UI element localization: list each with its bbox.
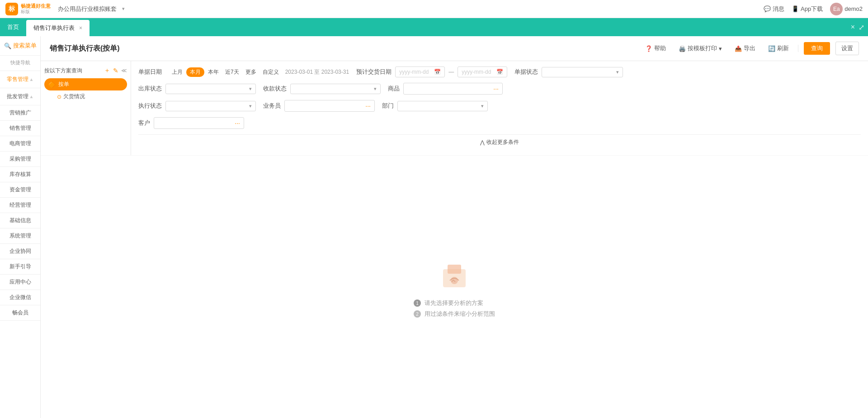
sidebar-section-operation: 经营管理 xyxy=(0,198,40,213)
salesperson-input[interactable]: ··· xyxy=(284,100,375,112)
goods-more-icon[interactable]: ··· xyxy=(493,85,499,92)
date-tab-this-year[interactable]: 本年 xyxy=(205,67,222,77)
maximize-btn[interactable]: ⤢ xyxy=(859,23,864,32)
date-tab-7days[interactable]: 近7天 xyxy=(222,67,242,77)
refresh-icon: 🔄 xyxy=(768,45,775,52)
tip-num-1: 1 xyxy=(414,299,421,307)
filter-item-goods: 商品 ··· xyxy=(388,83,503,95)
dept-select[interactable]: ▾ xyxy=(397,101,488,111)
date-sep: — xyxy=(448,69,454,75)
date-tab-last-month[interactable]: 上月 xyxy=(169,67,185,77)
sidebar-item-collab[interactable]: 企业协同 xyxy=(0,244,40,259)
sidebar-search: 🔍 搜索菜单 xyxy=(0,36,40,56)
filter-item-expected-date: 预计交货日期 yyyy-mm-dd 📅 — yyyy-mm-dd 📅 xyxy=(356,66,507,77)
collection-status-arrow-icon: ▾ xyxy=(374,86,377,92)
date-to-input[interactable]: yyyy-mm-dd 📅 xyxy=(458,66,507,77)
tab-sales-order[interactable]: 销售订单执行表 × xyxy=(26,20,90,36)
query-btn[interactable]: 查询 xyxy=(804,42,830,55)
refresh-btn[interactable]: 🔄 刷新 xyxy=(764,43,793,54)
collapse-more-icon: ⋀ xyxy=(480,139,485,146)
salesperson-more-icon[interactable]: ··· xyxy=(365,102,371,109)
help-btn[interactable]: ❓ 帮助 xyxy=(642,43,670,54)
sidebar-item-basic[interactable]: 基础信息 xyxy=(0,213,40,228)
sidebar-section-finance: 资金管理 xyxy=(0,182,40,198)
sidebar-quick-nav: 快捷导航 xyxy=(0,56,40,71)
sidebar-item-system[interactable]: 系统管理 xyxy=(0,228,40,243)
print-icon: 🖨️ xyxy=(679,45,686,52)
date-tab-custom[interactable]: 自定义 xyxy=(260,67,282,77)
sidebar-item-marketing[interactable]: 营销推广 xyxy=(0,105,40,120)
sidebar-item-apps[interactable]: 应用中心 xyxy=(0,275,40,290)
customer-more-icon[interactable]: ··· xyxy=(235,119,240,127)
sidebar-item-finance[interactable]: 资金管理 xyxy=(0,182,40,197)
sidebar-section-ecommerce: 电商管理 xyxy=(0,136,40,152)
add-scheme-icon[interactable]: ＋ xyxy=(104,66,110,75)
empty-tip-2: 2 用过滤条件来缩小分析范围 xyxy=(414,310,495,318)
empty-tip-1: 1 请先选择要分析的方案 xyxy=(414,299,495,307)
app-name: 办公用品行业模拟账套 xyxy=(58,5,117,13)
sidebar-item-wholesale[interactable]: 批发管理 ▲ xyxy=(0,88,40,105)
date-range-display: 2023-03-01 至 2023-03-31 xyxy=(285,68,349,76)
sidebar-section-collab: 企业协同 xyxy=(0,244,40,259)
sub-item-debt[interactable]: ⊙ 欠货情况 xyxy=(44,90,127,103)
header-divider xyxy=(798,45,798,52)
sidebar-section-basic: 基础信息 xyxy=(0,213,40,228)
sidebar-item-operation[interactable]: 经营管理 xyxy=(0,198,40,213)
export-icon: 📤 xyxy=(735,45,742,52)
collection-status-select[interactable]: ▾ xyxy=(290,84,381,94)
search-menu-btn[interactable]: 🔍 搜索菜单 xyxy=(3,40,38,52)
filter-panel-inner: 按以下方案查询 ＋ ✎ ≪ 🔶 按单 ⊙ 欠货情况 xyxy=(41,61,868,155)
filter-row-3: 执行状态 ▾ 业务员 ··· xyxy=(138,100,861,112)
scheme-item-order[interactable]: 🔶 按单 xyxy=(44,78,127,90)
empty-illustration xyxy=(436,256,472,292)
print-btn[interactable]: 🖨️ 按模板打印 ▾ xyxy=(675,43,726,54)
top-bar-right: 💬 消息 📱 App下载 Ea demo2 xyxy=(764,3,863,15)
settings-btn[interactable]: 设置 xyxy=(835,42,859,55)
help-icon: ❓ xyxy=(645,45,652,52)
date-from-input[interactable]: yyyy-mm-dd 📅 xyxy=(395,66,445,77)
sidebar-item-retail[interactable]: 零售管理 ▲ xyxy=(0,71,40,88)
date-tab-more[interactable]: 更多 xyxy=(243,67,259,77)
collapse-more-btn[interactable]: ⋀ 收起更多条件 xyxy=(480,138,519,146)
doc-status-select[interactable]: ▾ xyxy=(542,67,623,77)
sidebar-item-purchase[interactable]: 采购管理 xyxy=(0,152,40,166)
customer-input[interactable]: ··· xyxy=(154,117,244,129)
sidebar-item-sales[interactable]: 销售管理 xyxy=(0,121,40,136)
close-window-btn[interactable]: × xyxy=(851,23,855,32)
filter-right: 单据日期 上月 本月 本年 近7天 更多 自定义 2023-03-01 至 20… xyxy=(131,61,868,155)
sidebar-item-newbie[interactable]: 新手引导 xyxy=(0,259,40,274)
filter-scheme-panel: 按以下方案查询 ＋ ✎ ≪ 🔶 按单 ⊙ 欠货情况 xyxy=(41,61,131,155)
tab-home[interactable]: 首页 xyxy=(0,18,26,36)
exec-status-select[interactable]: ▾ xyxy=(165,101,256,111)
exec-status-arrow-icon: ▾ xyxy=(249,103,252,109)
collapse-left-icon[interactable]: ≪ xyxy=(121,67,127,74)
app-dropdown-icon[interactable]: ▾ xyxy=(122,6,125,12)
sidebar-section-marketing: 营销推广 xyxy=(0,105,40,121)
filter-item-salesperson: 业务员 ··· xyxy=(263,100,375,112)
date-tab-this-month[interactable]: 本月 xyxy=(186,67,204,77)
sidebar-section-vip: 畅会员 xyxy=(0,305,40,321)
message-btn[interactable]: 💬 消息 xyxy=(764,5,784,13)
export-btn[interactable]: 📤 导出 xyxy=(731,43,759,54)
top-bar: 标 畅捷通好生意 标版 办公用品行业模拟账套 ▾ 💬 消息 📱 App下载 Ea… xyxy=(0,0,868,18)
sidebar-item-ecommerce[interactable]: 电商管理 xyxy=(0,136,40,151)
edit-scheme-icon[interactable]: ✎ xyxy=(113,67,118,74)
sidebar-item-inventory[interactable]: 库存核算 xyxy=(0,167,40,182)
retail-arrow-icon: ▲ xyxy=(29,77,34,82)
out-status-arrow-icon: ▾ xyxy=(249,86,252,92)
out-status-select[interactable]: ▾ xyxy=(165,84,256,94)
filter-left-icons: ＋ ✎ ≪ xyxy=(104,66,127,75)
app-download-btn[interactable]: 📱 App下载 xyxy=(792,5,823,13)
filter-panel: 按以下方案查询 ＋ ✎ ≪ 🔶 按单 ⊙ 欠货情况 xyxy=(41,61,868,155)
sidebar-section-inventory: 库存核算 xyxy=(0,167,40,182)
calendar-icon: 📅 xyxy=(434,69,441,75)
sidebar-item-vip[interactable]: 畅会员 xyxy=(0,305,40,320)
sidebar-section-wechat: 企业微信 xyxy=(0,290,40,305)
user-avatar-area[interactable]: Ea demo2 xyxy=(830,3,863,15)
tab-close-icon[interactable]: × xyxy=(79,25,82,31)
goods-input[interactable]: ··· xyxy=(403,83,503,95)
empty-tips: 1 请先选择要分析的方案 2 用过滤条件来缩小分析范围 xyxy=(414,299,495,318)
svg-rect-1 xyxy=(448,265,461,274)
tip-num-2: 2 xyxy=(414,310,421,318)
sidebar-item-wechat[interactable]: 企业微信 xyxy=(0,290,40,305)
